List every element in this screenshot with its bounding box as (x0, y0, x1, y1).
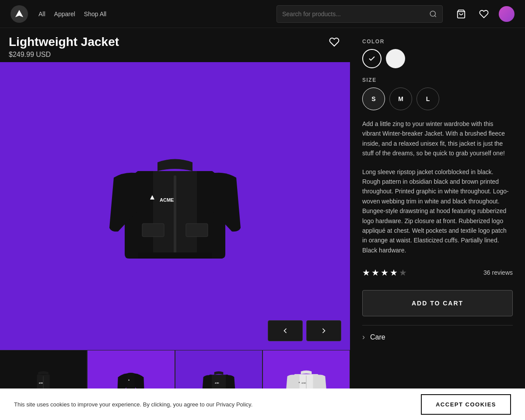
product-price: $249.99 USD (9, 51, 119, 59)
care-accordion[interactable]: › Care (362, 325, 513, 349)
svg-rect-3 (174, 175, 176, 254)
color-white[interactable] (386, 49, 405, 68)
nav-shop-all[interactable]: Shop All (84, 10, 106, 18)
color-section: COLOR (362, 38, 513, 68)
description-2: Long sleeve ripstop jacket colorblocked … (362, 167, 513, 256)
svg-point-0 (430, 11, 435, 16)
search-button[interactable] (429, 10, 437, 18)
svg-text:ACME: ACME (215, 382, 219, 384)
color-black[interactable] (362, 49, 382, 68)
svg-text:ACME: ACME (39, 382, 43, 384)
product-title-block: Lightweight Jacket $249.99 USD (9, 35, 119, 59)
prev-image-button[interactable] (268, 320, 303, 341)
svg-rect-8 (142, 224, 164, 237)
color-options (362, 49, 513, 68)
next-image-button[interactable] (306, 320, 341, 341)
chevron-left-icon (281, 326, 290, 335)
product-image-area: ACME (0, 62, 350, 350)
product-header: Lightweight Jacket $249.99 USD (0, 28, 350, 62)
header-actions (453, 6, 514, 22)
size-label: SIZE (362, 77, 513, 83)
star-5: ★ (399, 267, 407, 278)
care-label: Care (370, 333, 385, 341)
color-label: COLOR (362, 38, 513, 45)
search-input[interactable] (282, 10, 429, 18)
description-1: Add a little zing to your winter wardrob… (362, 119, 513, 158)
search-icon (429, 10, 437, 18)
nav-all[interactable]: All (38, 10, 46, 18)
size-section: SIZE S M L (362, 77, 513, 110)
logo-icon (14, 9, 24, 19)
header: All Apparel Shop All (0, 0, 525, 28)
review-count: 36 reviews (483, 269, 513, 276)
logo[interactable] (10, 5, 28, 23)
cart-icon (456, 9, 466, 19)
wishlist-button[interactable] (327, 35, 341, 50)
size-l[interactable]: L (416, 88, 439, 110)
product-image: ACME (101, 114, 249, 298)
nav-arrows (268, 320, 341, 341)
care-chevron-icon: › (362, 332, 365, 342)
heart-header-icon (479, 9, 489, 19)
star-3: ★ (381, 267, 388, 278)
heart-icon (329, 37, 340, 47)
star-rating: ★ ★ ★ ★ ★ (362, 267, 407, 278)
checkmark-icon (368, 55, 376, 63)
star-1: ★ (362, 267, 370, 278)
size-s[interactable]: S (362, 88, 385, 110)
account-avatar[interactable] (499, 6, 514, 22)
nav-apparel[interactable]: Apparel (54, 10, 75, 18)
star-2: ★ (371, 267, 379, 278)
wishlist-header-button[interactable] (476, 6, 492, 22)
cookie-banner: This site uses cookies to improve your e… (0, 388, 525, 420)
size-m[interactable]: M (389, 88, 412, 110)
search-bar (276, 5, 443, 23)
svg-rect-7 (138, 252, 212, 259)
main-content: Lightweight Jacket $249.99 USD (0, 28, 525, 420)
left-panel: Lightweight Jacket $249.99 USD (0, 28, 350, 420)
svg-text:ACME: ACME (301, 382, 306, 384)
cart-button[interactable] (453, 6, 469, 22)
product-title: Lightweight Jacket (9, 35, 119, 49)
reviews-row: ★ ★ ★ ★ ★ 36 reviews (362, 267, 513, 278)
right-panel: COLOR SIZE S M L Add a little zing to yo… (350, 28, 525, 420)
svg-text:ACME: ACME (160, 197, 174, 203)
star-4: ★ (390, 267, 398, 278)
cookie-text: This site uses cookies to improve your e… (14, 401, 252, 408)
chevron-right-icon (319, 326, 328, 335)
main-nav: All Apparel Shop All (38, 10, 106, 18)
accept-cookies-button[interactable]: ACCEPT COOKIES (421, 394, 511, 415)
add-to-cart-button[interactable]: ADD TO CART (362, 290, 513, 316)
size-options: S M L (362, 88, 513, 110)
svg-rect-9 (186, 224, 208, 237)
